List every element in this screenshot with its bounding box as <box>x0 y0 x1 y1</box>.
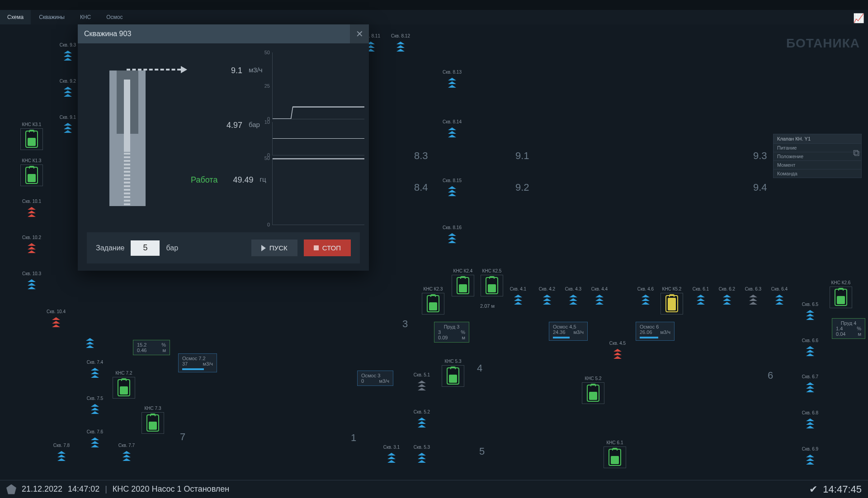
well-diagram <box>87 52 186 228</box>
panel-prud4[interactable]: Пруд 4 1.4% 0.04м <box>832 318 865 339</box>
panel-osmos45[interactable]: Осмос 4,5 24.36м3/ч <box>549 322 588 341</box>
well-skv-814[interactable]: Скв. 8.14 <box>439 119 466 139</box>
tab-osmos[interactable]: Осмос <box>99 10 130 24</box>
zone-94z: 9.4 <box>753 182 767 193</box>
tank-kns-k24[interactable]: КНС К2.4 <box>449 268 476 296</box>
tank-kns-k31[interactable]: КНС К3.1 <box>18 122 45 150</box>
row-torque: Момент <box>774 160 861 169</box>
value: 0.04 <box>836 331 845 337</box>
zone-92z: 9.2 <box>515 182 529 193</box>
tank-kns-k26[interactable]: КНС К2.6 <box>827 280 854 308</box>
well-skv-45[interactable]: Скв. 4.5 <box>604 341 631 361</box>
tank-kns-k23[interactable]: КНС К2.3 <box>420 287 447 315</box>
well-skv-812[interactable]: Скв. 8.12 <box>387 33 414 53</box>
well-skv-66[interactable]: Скв. 6.6 <box>797 338 824 358</box>
readouts: 9.1м3/ч 4.97бар Работа49.49гц <box>191 52 268 228</box>
well-skv-102[interactable]: Скв. 10.2 <box>18 235 45 255</box>
label: Скв. 8.13 <box>439 70 466 75</box>
tank-kns-k52[interactable]: КНС К5.2 <box>658 287 685 315</box>
label: КНС 5.2 <box>580 376 607 381</box>
well-skv-52[interactable]: Скв. 5.2 <box>408 409 435 429</box>
label: КНС К3.1 <box>18 122 45 127</box>
label: Скв. 9.2 <box>54 79 81 84</box>
tank-kns-73[interactable]: КНС 7.3 <box>139 406 166 434</box>
well-skv-104[interactable]: Скв. 10.4 <box>42 309 70 329</box>
well-skv-46[interactable]: Скв. 4.6 <box>632 287 659 306</box>
status-label: Работа <box>191 175 217 185</box>
well-skv-44[interactable]: Скв. 4.4 <box>586 287 613 306</box>
close-button[interactable]: ✕ <box>350 24 369 43</box>
tank-kns-72[interactable]: КНС 7.2 <box>110 371 137 399</box>
panel-prud3[interactable]: Пруд 3 3% 0.09м <box>434 322 469 343</box>
unit: м <box>162 348 166 353</box>
trend-loupe-icon[interactable]: ⧉ <box>853 148 859 158</box>
well-skv-103[interactable]: Скв. 10.3 <box>18 271 45 291</box>
well-skv-77[interactable]: Скв. 7.7 <box>113 443 140 463</box>
panel-osmos72[interactable]: Осмос 7.2 37м3/ч <box>178 353 217 372</box>
tab-wells[interactable]: Скважины <box>32 10 72 24</box>
title: Осмос 7.2 <box>182 356 213 361</box>
tank-kns-52[interactable]: КНС 5.2 <box>580 376 607 404</box>
well-skv-69[interactable]: Скв. 6.9 <box>797 446 824 466</box>
unit: м3/ч <box>574 329 584 335</box>
title: Осмос 6 <box>640 324 670 329</box>
label: Скв. 4.6 <box>632 287 659 291</box>
tank-kns-61[interactable]: КНС 6.1 <box>601 440 628 468</box>
well-skv-67[interactable]: Скв. 6.7 <box>797 374 824 394</box>
setpoint-input[interactable] <box>131 240 160 256</box>
well-skv-62[interactable]: Скв. 6.2 <box>713 287 741 306</box>
label: Скв. 4.3 <box>560 287 587 291</box>
user-icon[interactable] <box>6 484 16 494</box>
well-skv-41[interactable]: Скв. 4.1 <box>505 287 532 306</box>
well-skv-64[interactable]: Скв. 6.4 <box>766 287 793 306</box>
check-icon[interactable]: ✔ <box>809 484 817 495</box>
well-skv-76[interactable]: Скв. 7.6 <box>81 429 108 449</box>
pump-blue-small-1[interactable] <box>83 336 97 350</box>
well-skv-42[interactable]: Скв. 4.2 <box>533 287 561 306</box>
stop-button[interactable]: СТОП <box>304 240 351 256</box>
well-skv-31[interactable]: Скв. 3.1 <box>378 445 405 465</box>
well-skv-92[interactable]: Скв. 9.2 <box>54 79 81 99</box>
well-skv-78[interactable]: Скв. 7.8 <box>48 443 75 463</box>
tank-kns-k13[interactable]: КНС К1.3 <box>18 158 45 186</box>
pump-icon <box>62 49 73 62</box>
tab-kns[interactable]: КНС <box>73 10 98 24</box>
zone-3: 3 <box>402 318 408 330</box>
well-skv-43[interactable]: Скв. 4.3 <box>560 287 587 306</box>
label: Скв. 8.15 <box>439 178 466 183</box>
flow-value: 9.1 <box>231 66 242 75</box>
label: КНС К2.5 <box>478 268 505 273</box>
well-skv-63[interactable]: Скв. 6.3 <box>740 287 767 306</box>
panel-title: Клапан КН. Y1 <box>774 134 861 143</box>
well-skv-815[interactable]: Скв. 8.15 <box>439 178 466 198</box>
flow-arrow-icon <box>127 69 181 70</box>
start-button[interactable]: ПУСК <box>251 240 297 256</box>
trend-icon[interactable]: 📈 <box>853 13 864 23</box>
valve-info-panel[interactable]: Клапан КН. Y1 Питание Положение Момент К… <box>773 134 862 178</box>
well-skv-65[interactable]: Скв. 6.5 <box>797 302 824 322</box>
tank-kns-53[interactable]: КНС 5.3 <box>439 359 467 387</box>
well-skv-813[interactable]: Скв. 8.13 <box>439 70 466 89</box>
well-skv-816[interactable]: Скв. 8.16 <box>439 225 466 245</box>
panel-osmos6[interactable]: Осмос 6 26.06м3/ч <box>636 322 675 341</box>
tank-kns-k25[interactable]: КНС К2.5 <box>478 268 505 296</box>
label: Скв. 6.9 <box>797 446 824 451</box>
well-skv-75[interactable]: Скв. 7.5 <box>81 396 108 416</box>
zone-91z: 9.1 <box>515 150 529 162</box>
well-skv-74[interactable]: Скв. 7.4 <box>81 360 108 380</box>
well-skv-61[interactable]: Скв. 6.1 <box>687 287 714 306</box>
label: КНС К2.4 <box>449 268 476 273</box>
well-skv-68[interactable]: Скв. 6.8 <box>797 410 824 430</box>
well-skv-91[interactable]: Скв. 9.1 <box>54 115 81 135</box>
setpoint-label: Задание <box>96 244 124 252</box>
well-skv-93[interactable]: Скв. 9.3 <box>54 42 81 62</box>
well-skv-51a[interactable]: Скв. 5.1 <box>408 372 435 392</box>
well-skv-53b[interactable]: Скв. 5.3 <box>408 445 435 465</box>
well-skv-101[interactable]: Скв. 10.1 <box>18 199 45 219</box>
tab-scheme[interactable]: Схема <box>0 10 31 24</box>
trend-charts: 50 25 0 10 0 50 0 <box>272 52 364 228</box>
panel-osmos3[interactable]: Осмос 3 0м3/ч <box>357 371 393 386</box>
label: Скв. 7.5 <box>81 396 108 401</box>
start-label: ПУСК <box>269 244 288 252</box>
panel-p1[interactable]: 15.2% 0.46м <box>133 340 170 355</box>
